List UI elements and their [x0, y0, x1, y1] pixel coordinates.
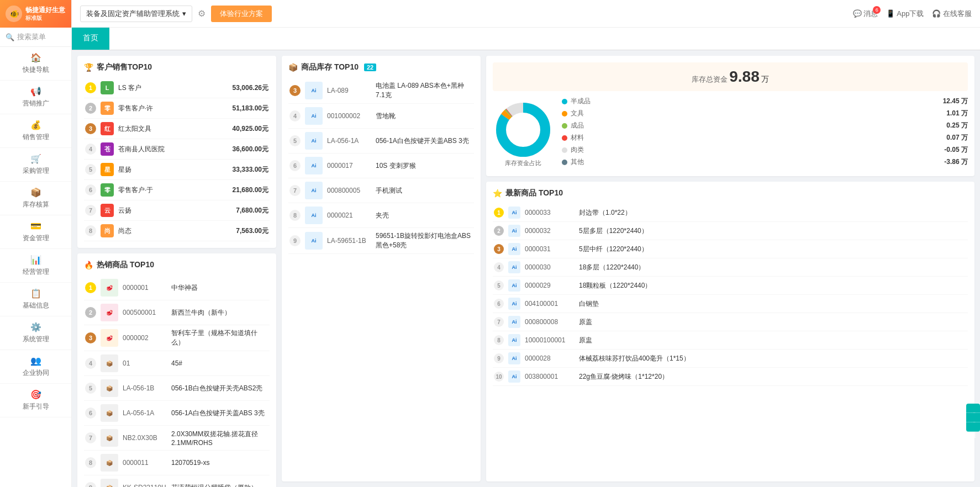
sales-icon: 💰	[30, 120, 41, 130]
sidebar-item-home[interactable]: 🏠 快捷导航	[0, 47, 71, 81]
app-download-btn[interactable]: 📱 App下载	[886, 9, 924, 19]
sidebar-item-purchase[interactable]: 🛒 采购管理	[0, 148, 71, 182]
system-selector[interactable]: 装备及固定资产辅助管理系统 ▾	[80, 6, 192, 22]
legend-name: 成品	[571, 121, 943, 130]
float-cs-live[interactable]: 直播	[966, 422, 980, 432]
news-item: 6 Ai 004100001 白钢垫	[493, 295, 968, 313]
rank-name: 云扬	[118, 206, 231, 215]
product-name: 白钢垫	[579, 299, 967, 309]
product-name: 2.0X30MM双搓花轴.搓花直径2.1MM/ROHS	[171, 430, 268, 447]
sidebar-item-guide[interactable]: 🎯 新手引导	[0, 384, 71, 417]
sidebar-item-system[interactable]: ⚙️ 系统管理	[0, 316, 71, 350]
operations-icon: 📊	[30, 255, 41, 265]
product-item: 6 Ai 0000017 10S 变刺罗猴	[288, 153, 474, 178]
product-img: Ai	[305, 82, 323, 99]
sidebar-item-collab[interactable]: 👥 企业协同	[0, 350, 71, 384]
product-name: 电池盖 LA-089 ABS本色+黑种 7.1克	[376, 81, 473, 100]
legend-item: 文具 1.01 万	[562, 109, 968, 118]
sidebar-nav: 🏠 快捷导航 📢 营销推广 💰 销售管理 🛒 采购管理 📦 库存核算 💳 资金管…	[0, 47, 71, 487]
product-name: 056-1B白色按键开关壳ABS2壳	[171, 384, 268, 393]
sidebar-item-inventory[interactable]: 📦 库存核算	[0, 182, 71, 215]
float-cs-community[interactable]: 服务社区	[966, 413, 980, 422]
tab-home[interactable]: 首页	[72, 28, 109, 50]
rank-number: 3	[85, 123, 96, 134]
rank-num: 8	[85, 457, 96, 468]
collab-icon: 👥	[30, 356, 41, 366]
stock-summary-card: 库存总资金 9.88 万	[486, 56, 974, 176]
rank-name: 苍南县人民医院	[118, 145, 228, 154]
phone-icon: 📱	[886, 9, 895, 18]
sidebar-item-marketing[interactable]: 📢 营销推广	[0, 81, 71, 114]
product-icon: Ai	[508, 207, 520, 219]
rank-value: 40,925.00元	[233, 124, 268, 134]
legend-value: 12.45 万	[943, 97, 968, 106]
news-item: 5 Ai 0000029 18颗粒板（1220*2440）	[493, 277, 968, 295]
sidebar-item-finance[interactable]: 💳 资金管理	[0, 215, 71, 249]
product-item: 5 Ai LA-056-1A 056-1A白色按键开关盖ABS 3壳	[288, 129, 474, 153]
sidebar-item-basics[interactable]: 📋 基础信息	[0, 283, 71, 316]
legend-value: -3.86 万	[944, 157, 968, 167]
tab-home-label: 首页	[83, 33, 98, 42]
donut-chart: 库存资金占比	[493, 99, 554, 167]
trial-button[interactable]: 体验行业方案	[211, 6, 272, 22]
product-item: 7 📦 NB2.0X30B 2.0X30MM双搓花轴.搓花直径2.1MM/ROH…	[84, 426, 270, 451]
app-download-label: App下载	[897, 9, 924, 18]
nav-label: 基础信息	[23, 301, 49, 310]
rank-num: 8	[494, 335, 504, 345]
rank-item: 8 尚 尚态 7,563.00元	[84, 221, 270, 241]
rank-num: 8	[289, 210, 301, 221]
service-icon: 🎧	[932, 9, 941, 18]
news-item: 3 Ai 0000031 5层中纤（1220*2440）	[493, 240, 968, 258]
main-wrap: 装备及固定资产辅助管理系统 ▾ ⚙ 体验行业方案 💬 消息 6 📱 App下载 …	[72, 0, 980, 487]
messages-badge[interactable]: 💬 消息 6	[853, 9, 878, 19]
product-code: 0000001	[123, 284, 167, 292]
rank-avatar: 尚	[101, 224, 114, 237]
rank-value: 7,680.00元	[236, 206, 268, 215]
product-img: 🥩	[101, 304, 118, 321]
sidebar-search[interactable]: 🔍 搜索菜单	[0, 28, 71, 47]
rank-name: 红太阳文具	[118, 124, 228, 134]
product-name: 056-1A白色按键开关盖ABS 3壳	[171, 409, 268, 418]
sidebar-item-operations[interactable]: 📊 经营管理	[0, 249, 71, 283]
product-name: 18颗粒板（1220*2440）	[579, 281, 967, 290]
rank-num: 6	[85, 407, 96, 419]
product-img: Ai	[305, 182, 323, 199]
product-name: 59651-1B旋转投影灯电池盒ABS黑色+58壳	[376, 231, 473, 250]
product-code: LA-056-1A	[123, 409, 167, 417]
star-icon: ⭐	[493, 189, 502, 198]
product-item: 8 Ai 0000021 夹壳	[288, 203, 474, 228]
settings-icon[interactable]: ⚙	[198, 8, 206, 19]
basics-icon: 📋	[30, 288, 41, 299]
sidebar-item-sales[interactable]: 💰 销售管理	[0, 114, 71, 148]
legend-dot	[562, 147, 567, 153]
product-name: 手机测试	[376, 186, 473, 195]
float-cs-hotline[interactable]: 客服热线	[966, 404, 980, 413]
rank-avatar: 苍	[101, 142, 114, 156]
product-item: 5 📦 LA-056-1B 056-1B白色按键开关壳ABS2壳	[84, 376, 270, 401]
product-code: 000500001	[123, 309, 167, 316]
product-img: Ai	[305, 132, 323, 150]
product-item: 4 📦 01 45#	[84, 351, 270, 376]
product-code: 000800005	[327, 187, 371, 194]
rank-num: 7	[289, 185, 301, 196]
nav-label: 系统管理	[23, 335, 49, 344]
legend-name: 肉类	[571, 145, 941, 155]
product-img: 📦	[101, 454, 118, 472]
nav-label: 经营管理	[23, 267, 49, 277]
nav-label: 库存核算	[23, 200, 49, 209]
nav-label: 营销推广	[23, 99, 49, 108]
product-code: KK-SD22110H	[123, 484, 167, 487]
system-name: 装备及固定资产辅助管理系统	[86, 9, 180, 19]
product-item: 2 🥩 000500001 新西兰牛肉（新牛）	[84, 300, 270, 325]
rank-value: 53,006.26元	[233, 83, 268, 93]
online-service-btn[interactable]: 🎧 在线客服	[932, 9, 972, 19]
product-name: 22g鱼豆腐·烧烤味（1*12*20）	[579, 372, 967, 382]
logo-icon: 🐠	[6, 6, 22, 22]
rank-num: 1	[85, 282, 96, 293]
legend-value: 0.07 万	[946, 133, 968, 142]
product-img: 📦	[101, 354, 118, 372]
product-img: 📦	[101, 379, 118, 397]
product-name: 18多层（1220*2440）	[579, 263, 967, 272]
customer-top10-title: 🏆 客户销售TOP10	[84, 62, 270, 72]
product-name: 新西兰牛肉（新牛）	[171, 308, 268, 317]
